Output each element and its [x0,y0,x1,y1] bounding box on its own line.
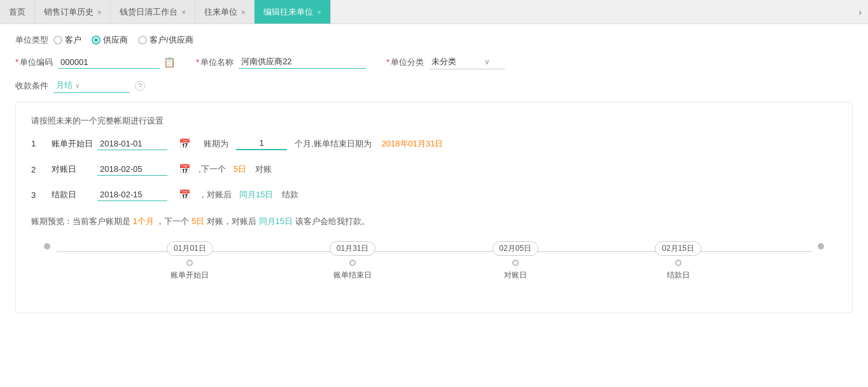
timeline-point-2: 01月31日 账单结束日 [330,241,376,281]
payment-terms-label: 收款条件 [15,80,48,92]
tab-contacts-close[interactable]: × [241,8,245,16]
unit-code-label: 单位编码 [20,57,53,68]
tl-label-4: 结款日 [667,270,690,281]
preview-sep2: 对账，对账后 [207,216,256,226]
period-row-2-highlight: 5日 [234,164,246,175]
unit-type-label: 单位类型 [15,34,48,46]
period-row-3-date-input[interactable] [97,188,167,201]
period-row-1-num: 1 [31,139,44,148]
unit-category-star: * [386,57,389,67]
period-row-3-prefix: ，对账后 [199,189,232,201]
period-row-3-suffix: 结款 [282,189,298,201]
period-row-2-date-input[interactable] [97,163,167,176]
tab-home[interactable]: 首页 [0,0,35,24]
timeline-container: 01月01日 账单开始日 01月31日 账单结束日 02月05日 对账日 02月… [31,241,837,300]
tab-cashwork-close[interactable]: × [181,8,185,16]
radio-both-label: 客户/供应商 [150,34,193,46]
tl-start-dot [44,243,50,250]
tl-end-endpoint [818,241,824,281]
period-row-2-num: 2 [31,165,44,174]
radio-customer[interactable]: 客户 [53,34,81,46]
tab-more-arrow[interactable]: › [852,0,868,24]
tl-label-1: 账单开始日 [171,270,209,281]
tab-edit-contacts-close[interactable]: × [317,8,321,16]
radio-supplier[interactable]: 供应商 [92,34,128,46]
unit-fields-row: * 单位编码 📋 * 单位名称 * 单位分类 未分类 ∨ [15,55,853,69]
period-row-1-suffix: 账期为 [204,138,228,150]
period-row-2-field-label: 对账日 [52,164,90,175]
timeline-point-1: 01月01日 账单开始日 [167,241,213,281]
tab-sales-order-close[interactable]: × [97,8,101,16]
radio-supplier-circle [92,36,101,45]
period-row-2-calendar-icon[interactable]: 📅 [179,164,191,175]
tl-date-badge-3: 02月05日 [493,241,539,256]
tl-dot-3 [512,260,519,266]
tab-cashwork-label: 钱货日清工作台 [120,6,178,18]
tl-date-badge-2: 01月31日 [330,241,376,256]
period-row-2-prefix: ,下一个 [199,164,226,175]
preview-part3: 同月15日 [259,216,293,226]
tl-dot-4 [675,260,682,266]
period-row-1-calendar-icon[interactable]: 📅 [179,138,191,150]
unit-name-input[interactable] [239,56,366,69]
tab-contacts[interactable]: 往来单位 × [195,0,255,24]
unit-name-group: * 单位名称 [196,56,366,69]
tl-start-endpoint [44,241,50,281]
unit-category-chevron-icon: ∨ [484,57,490,66]
main-content: 单位类型 客户 供应商 客户/供应商 * 单位编码 📋 * 单位名称 [0,24,868,387]
period-row-1: 1 账单开始日 📅 账期为 个月,账单结束日期为 2018年01月31日 [31,137,837,150]
period-row-2: 2 对账日 📅 ,下一个 5日 对账 [31,163,837,176]
unit-code-input[interactable] [58,56,160,69]
preview-sep1: ，下一个 [156,216,189,226]
tl-dot-1 [186,260,193,266]
payment-terms-row: 收款条件 月结 ∨ ? [15,78,853,93]
tab-sales-order[interactable]: 销售订单历史 × [35,0,111,24]
radio-both-circle [138,36,147,45]
radio-both[interactable]: 客户/供应商 [138,34,193,46]
preview-text: 账期预览：当前客户账期是 1个月 ，下一个 5日 对账，对账后 同月15日 该客… [31,214,837,229]
tab-sales-order-label: 销售订单历史 [44,6,94,18]
tl-label-2: 账单结束日 [333,270,372,281]
period-row-1-date-input[interactable] [97,137,167,150]
radio-supplier-label: 供应商 [103,34,128,46]
preview-part2: 5日 [192,216,204,226]
timeline-points: 01月01日 账单开始日 01月31日 账单结束日 02月05日 对账日 02月… [44,241,824,281]
preview-suffix: 该客户会给我打款。 [295,216,370,226]
tl-label-3: 对账日 [504,270,527,281]
timeline-point-3: 02月05日 对账日 [493,241,539,281]
tab-cashwork[interactable]: 钱货日清工作台 × [111,0,195,24]
radio-customer-label: 客户 [65,34,81,46]
period-row-1-end-text: 个月,账单结束日期为 [295,138,372,150]
unit-name-label: 单位名称 [200,57,234,68]
period-row-3-calendar-icon[interactable]: 📅 [179,189,191,201]
tab-contacts-label: 往来单位 [204,6,237,18]
tl-end-dot [818,243,824,250]
period-row-1-highlight: 2018年01月31日 [382,138,444,150]
period-settings-title: 请按照未来的一个完整帐期进行设置 [31,115,837,127]
period-row-1-month-input[interactable] [236,137,287,150]
preview-part1: 1个月 [133,216,154,226]
unit-code-group: * 单位编码 📋 [15,56,176,69]
unit-code-doc-icon[interactable]: 📋 [164,57,176,68]
tab-edit-contacts[interactable]: 编辑往来单位 × [255,0,330,24]
period-row-3-highlight: 同月15日 [239,189,273,201]
timeline-point-4: 02月15日 结款日 [655,241,701,281]
radio-group-unit-type: 客户 供应商 客户/供应商 [53,34,193,46]
tl-dot-2 [349,260,356,266]
period-row-3-num: 3 [31,190,44,200]
unit-name-star: * [196,57,199,67]
payment-terms-help-icon[interactable]: ? [135,81,145,91]
unit-category-label: 单位分类 [391,57,424,68]
period-row-1-field-label: 账单开始日 [52,138,90,150]
tab-edit-contacts-label: 编辑往来单位 [263,6,313,18]
unit-type-row: 单位类型 客户 供应商 客户/供应商 [15,34,853,46]
payment-terms-chevron-icon: ∨ [75,82,80,89]
payment-terms-select[interactable]: 月结 ∨ [53,78,130,93]
period-row-3: 3 结款日 📅 ，对账后 同月15日 结款 [31,188,837,201]
unit-category-select[interactable]: 未分类 ∨ [429,55,505,69]
tab-bar: 首页 销售订单历史 × 钱货日清工作台 × 往来单位 × 编辑往来单位 × › [0,0,868,24]
tl-date-badge-4: 02月15日 [655,241,701,256]
tab-home-label: 首页 [9,6,25,18]
payment-terms-value: 月结 [56,80,73,91]
tl-date-badge-1: 01月01日 [167,241,213,256]
